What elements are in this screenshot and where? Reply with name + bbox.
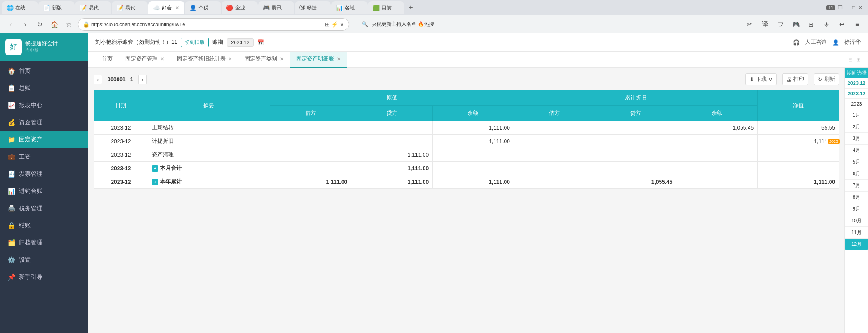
tab-expand-btn[interactable]: ⊞ bbox=[856, 56, 861, 63]
company-name: 刘小艳演示账套（勿删勿动！）11 bbox=[95, 38, 177, 46]
browser-tab-changjie[interactable]: Ⓜ 畅捷 bbox=[295, 1, 331, 14]
sidebar-label-close-period: 结账 bbox=[19, 221, 31, 230]
url-boost-icon[interactable]: ⚡ bbox=[331, 21, 338, 28]
sidebar-item-close-period[interactable]: 🔒 结账 bbox=[0, 217, 88, 234]
new-tab-button[interactable]: + bbox=[405, 1, 417, 14]
tab-close-asset-detail-ledger[interactable]: ✕ bbox=[337, 56, 340, 61]
sidebar-item-payroll[interactable]: 💼 工资 bbox=[0, 148, 88, 165]
url-chevron-icon[interactable]: ∨ bbox=[340, 21, 344, 28]
period-selected-1[interactable]: 2023.12 bbox=[845, 78, 868, 89]
menu-icon[interactable]: ≡ bbox=[852, 19, 863, 30]
cell-dep-credit-5: 1,055.45 bbox=[595, 175, 676, 189]
browser-tab-online[interactable]: 🌐 在线 bbox=[2, 1, 38, 14]
browser-tab-new[interactable]: 📄 新版 bbox=[38, 1, 75, 14]
browser-tab-close[interactable]: ✕ bbox=[175, 5, 179, 10]
tab-close-fixed-assets-mgmt[interactable]: ✕ bbox=[160, 56, 164, 61]
tab-asset-detail-ledger[interactable]: 固定资产明细账 ✕ bbox=[290, 52, 347, 68]
period-month-6[interactable]: 6月 bbox=[845, 168, 868, 180]
period-month-3[interactable]: 3月 bbox=[845, 133, 868, 145]
ledger-table: 日期 摘要 原值 累计折旧 净值 借方 贷方 余额 借方 贷方 余额 bbox=[94, 90, 839, 189]
minimize-btn[interactable]: ─ bbox=[845, 5, 849, 11]
browser-tab-haohui[interactable]: ☁️ 好会 ✕ bbox=[148, 1, 184, 14]
period-year[interactable]: 2023 bbox=[845, 99, 868, 109]
sidebar-item-invoice[interactable]: 🧾 发票管理 bbox=[0, 165, 88, 183]
period-month-12[interactable]: 12月 bbox=[845, 239, 868, 250]
period-month-9[interactable]: 9月 bbox=[845, 203, 868, 215]
bookmark-btn[interactable]: ☆ bbox=[63, 19, 74, 30]
switch-version-btn[interactable]: 切到旧版 bbox=[181, 38, 209, 47]
tab-depreciation-stats[interactable]: 固定资产折旧统计表 ✕ bbox=[170, 52, 238, 68]
sidebar-item-settings[interactable]: ⚙️ 设置 bbox=[0, 251, 88, 268]
browser-tab-tencent[interactable]: 🎮 腾讯 bbox=[258, 1, 294, 14]
tab-label-asset-detail-ledger: 固定资产明细账 bbox=[296, 55, 334, 63]
tab-asset-category[interactable]: 固定资产类别 ✕ bbox=[238, 52, 290, 68]
cell-dep-debit-5 bbox=[514, 175, 595, 189]
calendar-icon[interactable]: 📅 bbox=[257, 39, 264, 46]
restore-window-btn[interactable]: ❐ bbox=[838, 5, 843, 11]
period-panel: 期间选择 2023.12 2023.12 2023 1月 2月 3月 4月 5月… bbox=[844, 68, 868, 333]
tab-fixed-assets-mgmt[interactable]: 固定资产管理 ✕ bbox=[119, 52, 170, 68]
browser-tab-yidai2[interactable]: 📝 易代 bbox=[112, 1, 148, 14]
period-panel-title: 期间选择 bbox=[845, 68, 868, 78]
sidebar-label-guide: 新手引导 bbox=[19, 273, 42, 281]
user-avatar-icon: 👤 bbox=[832, 39, 839, 46]
home-btn[interactable]: 🏠 bbox=[49, 19, 60, 30]
reload-btn[interactable]: ↻ bbox=[34, 19, 45, 30]
sidebar-item-sales[interactable]: 📊 进销台账 bbox=[0, 183, 88, 200]
back-btn[interactable]: ‹ bbox=[5, 19, 16, 30]
main-content: 刘小艳演示账套（勿删勿动！）11 切到旧版 账期 2023-12 📅 🎧 人工咨… bbox=[88, 33, 868, 333]
settings-icon: ⚙️ bbox=[7, 256, 15, 264]
tab-home[interactable]: 首页 bbox=[95, 52, 119, 68]
sidebar-item-home[interactable]: 🏠 首页 bbox=[0, 62, 88, 80]
period-month-11[interactable]: 11月 bbox=[845, 227, 868, 239]
brightness-icon[interactable]: ☀ bbox=[821, 19, 832, 30]
browser-tab-gedi[interactable]: 📊 各地 bbox=[331, 1, 368, 14]
sidebar-item-guide[interactable]: 📌 新手引导 bbox=[0, 268, 88, 286]
sidebar-item-fixed-assets[interactable]: 📁 固定资产 bbox=[0, 131, 88, 148]
cell-dep-debit-4 bbox=[514, 162, 595, 175]
browser-tab-enterprise[interactable]: 🔴 企业 bbox=[222, 1, 258, 14]
translate-icon[interactable]: 译 bbox=[760, 19, 770, 30]
sidebar-item-funds[interactable]: 💰 资金管理 bbox=[0, 114, 88, 131]
period-month-2[interactable]: 2月 bbox=[845, 121, 868, 133]
sidebar-item-archive[interactable]: 🗂️ 归档管理 bbox=[0, 234, 88, 251]
tab-restore-btn[interactable]: ⊟ bbox=[848, 56, 853, 63]
tab-close-asset-category[interactable]: ✕ bbox=[280, 56, 283, 61]
download-btn[interactable]: ⬇ 下载 ∨ bbox=[745, 73, 777, 85]
code-value: 000001 bbox=[108, 76, 126, 83]
maximize-btn[interactable]: □ bbox=[852, 5, 855, 11]
grid-icon[interactable]: ⊞ bbox=[806, 19, 816, 30]
url-qr-icon[interactable]: ⊞ bbox=[325, 21, 330, 28]
tab-close-depreciation-stats[interactable]: ✕ bbox=[228, 56, 232, 61]
cell-orig-balance-3 bbox=[433, 148, 514, 162]
close-window-btn[interactable]: ✕ bbox=[858, 5, 863, 11]
period-month-10[interactable]: 10月 bbox=[845, 215, 868, 227]
undo-icon[interactable]: ↩ bbox=[836, 19, 847, 30]
period-selected-2[interactable]: 2023.12 bbox=[845, 89, 868, 99]
period-month-7[interactable]: 7月 bbox=[845, 180, 868, 192]
sidebar-item-tax[interactable]: 🖨️ 税务管理 bbox=[0, 200, 88, 217]
period-month-5[interactable]: 5月 bbox=[845, 156, 868, 168]
url-input[interactable]: 🔒 https://cloud.chanjet.com/accounting/u… bbox=[78, 18, 349, 31]
browser-tab-geshui[interactable]: 👤 个税 bbox=[185, 1, 221, 14]
gamepad-icon[interactable]: 🎮 bbox=[790, 19, 801, 30]
support-label[interactable]: 人工咨询 bbox=[805, 38, 827, 46]
table-row-subtotal-month: 2023-12 +本月合计 1,111.00 bbox=[94, 162, 839, 175]
next-page-btn[interactable]: › bbox=[138, 75, 147, 84]
browser-tab-yidai1[interactable]: 📝 易代 bbox=[75, 1, 111, 14]
app-header: 刘小艳演示账套（勿删勿动！）11 切到旧版 账期 2023-12 📅 🎧 人工咨… bbox=[88, 33, 868, 52]
address-bar: ‹ › ↻ 🏠 ☆ 🔒 https://cloud.chanjet.com/ac… bbox=[0, 15, 868, 33]
prev-page-btn[interactable]: ‹ bbox=[94, 75, 102, 84]
refresh-btn[interactable]: ↻ 刷新 bbox=[814, 73, 839, 85]
browser-tab-mubiao[interactable]: 🟩 目前 bbox=[368, 1, 404, 14]
sidebar-item-general-ledger[interactable]: 📋 总账 bbox=[0, 80, 88, 97]
print-btn[interactable]: 🖨 打印 bbox=[782, 73, 808, 85]
sidebar-item-reports[interactable]: 📈 报表中心 bbox=[0, 97, 88, 114]
period-month-1[interactable]: 1月 bbox=[845, 109, 868, 121]
forward-btn[interactable]: › bbox=[20, 19, 31, 30]
search-bar: 🔍 央视更新主持人名单 🔥热搜 bbox=[362, 21, 434, 28]
period-month-8[interactable]: 8月 bbox=[845, 192, 868, 203]
scissors-icon[interactable]: ✂ bbox=[744, 19, 755, 30]
period-month-4[interactable]: 4月 bbox=[845, 145, 868, 156]
shield-icon[interactable]: 🛡 bbox=[775, 19, 786, 30]
